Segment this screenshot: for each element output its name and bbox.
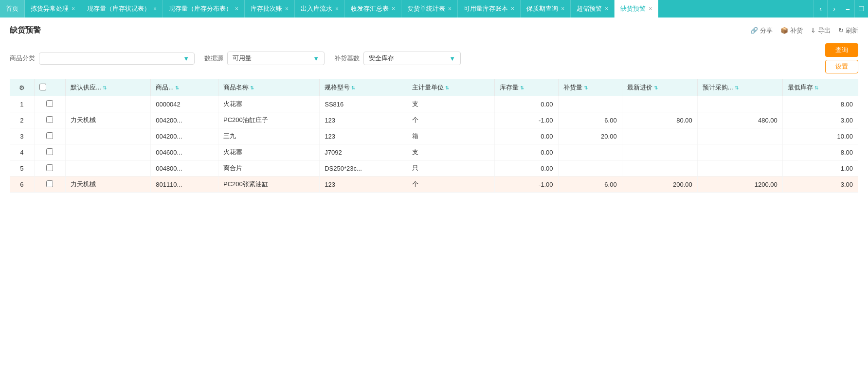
gear-icon[interactable]: ⚙ [19, 84, 25, 91]
close-tab-stock-status[interactable]: × [153, 5, 157, 12]
col-header-latest-price: 最新进价 ⇅ [622, 79, 697, 96]
col-header-product-name: 商品名称 ⇅ [218, 79, 320, 96]
export-button[interactable]: ⇓ 导出 [811, 26, 831, 35]
tab-avail-ledger[interactable]: 可用量库存账本 × [458, 0, 521, 18]
sort-replenish-qty[interactable]: 补货量 ⇅ [563, 83, 588, 92]
replenish-icon: 📦 [780, 27, 788, 34]
tab-receive-summary[interactable]: 收发存汇总表 × [345, 0, 401, 18]
replenish-button[interactable]: 📦 补货 [780, 26, 803, 35]
tab-exception[interactable]: 拣货异常处理 × [25, 0, 81, 18]
tab-bar: 首页 拣货异常处理 × 现存量（库存状况表） × 现存量（库存分布表） × 库存… [0, 0, 868, 18]
settings-button[interactable]: 设置 [825, 60, 858, 73]
tab-batch-account[interactable]: 库存批次账 × [245, 0, 295, 18]
main-content: 缺货预警 🔗 分享 📦 补货 ⇓ 导出 ↻ 刷新 商品分类 [0, 18, 868, 387]
sort-est-purchase[interactable]: 预计采购... ⇅ [703, 83, 739, 92]
row-product-name: 火花塞 [218, 96, 320, 112]
sort-unit[interactable]: 主计量单位 ⇅ [412, 83, 449, 92]
row-index: 5 [10, 160, 34, 176]
row-product-code: 004600... [151, 144, 218, 160]
tab-scroll-left[interactable]: ‹ [814, 0, 827, 18]
row-checkbox-cell [34, 160, 66, 176]
row-product-code: 004200... [151, 128, 218, 144]
row-unit: 箱 [407, 128, 494, 144]
row-latest-price [622, 144, 697, 160]
tab-nav-controls: ‹ › ‒ ☐ [814, 0, 868, 18]
tab-stock-status[interactable]: 现存量（库存状况表） × [81, 0, 163, 18]
filter-datasource-select[interactable]: 可用量 ▼ [227, 52, 325, 65]
col-header-spec: 规格型号 ⇅ [320, 79, 407, 96]
row-product-name: 离合片 [218, 160, 320, 176]
query-button[interactable]: 查询 [825, 43, 858, 57]
row-product-code: 0000042 [151, 96, 218, 112]
sort-product-name[interactable]: 商品名称 ⇅ [223, 83, 254, 92]
close-tab-stock-dist[interactable]: × [235, 5, 238, 12]
tab-maximize[interactable]: ☐ [854, 0, 868, 18]
sort-min-stock[interactable]: 最低库存 ⇅ [788, 83, 818, 92]
tab-overstock[interactable]: 超储预警 × [571, 0, 615, 18]
row-latest-price: 200.00 [622, 176, 697, 193]
row-spec: DS250*23c... [320, 160, 407, 176]
row-checkbox[interactable] [46, 116, 53, 123]
filter-replenish-select[interactable]: 安全库存 ▼ [363, 52, 461, 65]
tab-minimize[interactable]: ‒ [841, 0, 854, 18]
row-stock: 0.00 [494, 160, 558, 176]
close-tab-order-stat[interactable]: × [448, 5, 452, 12]
sort-icon-product-code: ⇅ [175, 85, 179, 90]
col-header-stock: 库存量 ⇅ [494, 79, 558, 96]
close-tab-in-out-flow[interactable]: × [335, 5, 339, 12]
tab-order-stat[interactable]: 要货单统计表 × [401, 0, 458, 18]
row-checkbox-cell [34, 144, 66, 160]
close-tab-batch-account[interactable]: × [285, 5, 289, 12]
close-tab-avail-ledger[interactable]: × [511, 5, 514, 12]
filter-category-group: 商品分类 ▼ [10, 53, 195, 65]
col-header-est-purchase: 预计采购... ⇅ [697, 79, 782, 96]
close-tab-receive-summary[interactable]: × [392, 5, 395, 12]
tab-expiry[interactable]: 保质期查询 × [521, 0, 571, 18]
row-checkbox-cell [34, 128, 66, 144]
row-product-code: 801110... [151, 176, 218, 193]
sort-latest-price[interactable]: 最新进价 ⇅ [627, 83, 658, 92]
row-stock: 0.00 [494, 128, 558, 144]
sort-spec[interactable]: 规格型号 ⇅ [325, 83, 355, 92]
row-checkbox[interactable] [46, 100, 53, 107]
filter-replenish-group: 补货基数 安全库存 ▼ [334, 52, 461, 65]
sort-stock[interactable]: 库存量 ⇅ [500, 83, 524, 92]
row-checkbox[interactable] [46, 164, 53, 171]
row-supplier: 力天机械 [66, 176, 151, 193]
row-latest-price [622, 128, 697, 144]
row-checkbox[interactable] [46, 132, 53, 139]
row-min-stock: 3.00 [782, 112, 858, 128]
tab-home[interactable]: 首页 [0, 0, 25, 18]
row-spec: 123 [320, 112, 407, 128]
row-supplier: 力天机械 [66, 112, 151, 128]
tab-in-out-flow[interactable]: 出入库流水 × [295, 0, 345, 18]
filter-category-select[interactable]: ▼ [39, 53, 195, 65]
row-checkbox[interactable] [46, 148, 53, 155]
close-tab-exception[interactable]: × [72, 5, 75, 12]
table-body: 1 0000042 火花塞 SS816 支 0.00 8.00 2 力天机械 0… [10, 96, 858, 193]
select-all-checkbox[interactable] [39, 84, 46, 90]
row-latest-price [622, 96, 697, 112]
close-tab-overstock[interactable]: × [605, 5, 608, 12]
col-header-supplier: 默认供应... ⇅ [66, 79, 151, 96]
tab-shortage[interactable]: 缺货预警 × [615, 0, 658, 18]
page-header: 缺货预警 🔗 分享 📦 补货 ⇓ 导出 ↻ 刷新 [10, 25, 858, 35]
row-replenish-qty [558, 144, 622, 160]
row-min-stock: 8.00 [782, 96, 858, 112]
col-header-unit: 主计量单位 ⇅ [407, 79, 494, 96]
close-tab-shortage[interactable]: × [649, 5, 652, 12]
row-checkbox[interactable] [46, 180, 53, 187]
close-tab-expiry[interactable]: × [561, 5, 564, 12]
row-product-code: 004800... [151, 160, 218, 176]
row-est-purchase [697, 144, 782, 160]
refresh-button[interactable]: ↻ 刷新 [838, 26, 858, 35]
tab-stock-dist[interactable]: 现存量（库存分布表） × [163, 0, 245, 18]
row-replenish-qty [558, 96, 622, 112]
row-spec: SS816 [320, 96, 407, 112]
row-est-purchase [697, 160, 782, 176]
tab-scroll-right[interactable]: › [827, 0, 841, 18]
share-button[interactable]: 🔗 分享 [750, 26, 773, 35]
sort-product-code[interactable]: 商品... ⇅ [156, 83, 179, 92]
sort-supplier[interactable]: 默认供应... ⇅ [71, 83, 107, 92]
sort-icon-supplier: ⇅ [103, 85, 107, 90]
